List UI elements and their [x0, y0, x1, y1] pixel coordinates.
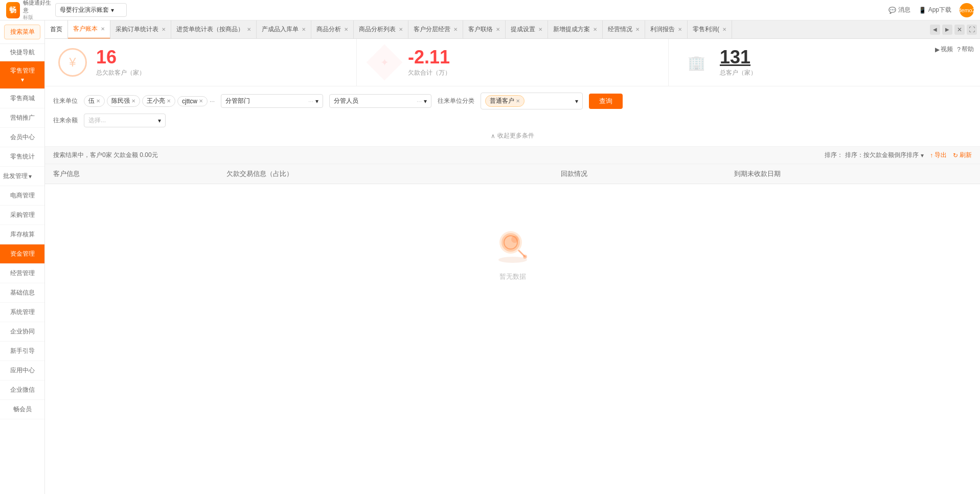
unit-class-tag: 普通客户 ✕ — [485, 95, 525, 107]
tab-close-icon[interactable]: ✕ — [678, 27, 682, 32]
sidebar-item-label: 采购管理 — [10, 211, 35, 219]
tab-production-inbound[interactable]: 产成品入库单 ✕ — [257, 20, 311, 39]
tag-close-unit-class[interactable]: ✕ — [516, 98, 520, 104]
total-customers-value: 131 — [720, 48, 757, 66]
topbar-left: 畅 畅捷通好生意 标版 母婴行业演示账套 ▾ — [6, 0, 127, 21]
tab-ops-situation[interactable]: 经营情况 ✕ — [603, 20, 645, 39]
topbar-right: 💬 消息 📱 App下载 demo2 — [888, 3, 974, 17]
tag-label: 普通客户 — [490, 97, 514, 105]
sidebar-item-marketing[interactable]: 营销推广 — [0, 108, 44, 128]
sidebar-item-basic-info[interactable]: 基础信息 — [0, 283, 44, 303]
sidebar-item-capital[interactable]: 资金管理 — [0, 244, 44, 264]
sidebar-item-retail-mall[interactable]: 零售商城 — [0, 89, 44, 108]
tab-close-icon[interactable]: ✕ — [635, 27, 640, 32]
export-btn[interactable]: ↑ 导出 — [930, 151, 947, 160]
refresh-btn[interactable]: ↻ 刷新 — [953, 151, 972, 160]
tab-prev-btn[interactable]: ◀ — [930, 25, 940, 35]
sidebar-item-app-center[interactable]: 应用中心 — [0, 361, 44, 380]
sidebar-item-retail-stats[interactable]: 零售统计 — [0, 147, 44, 167]
tag-label: 陈民强 — [111, 97, 130, 105]
tab-close-icon[interactable]: ✕ — [101, 26, 105, 32]
sidebar-item-member[interactable]: 会员中心 — [0, 128, 44, 147]
sidebar-item-label: 电商管理 — [10, 191, 35, 200]
building-icon: 🏢 — [683, 49, 710, 76]
col-debt-info: 欠款交易信息（占比） — [218, 164, 553, 184]
tab-close-icon[interactable]: ✕ — [593, 27, 597, 32]
filter-more-icon[interactable]: ··· — [210, 98, 215, 105]
store-selector[interactable]: 母婴行业演示账套 ▾ — [55, 3, 127, 17]
message-label: 消息 — [898, 6, 910, 14]
sidebar-item-purchase[interactable]: 采购管理 — [0, 206, 44, 225]
tab-retail-profit[interactable]: 零售利润( ✕ — [688, 20, 732, 39]
tag-label: 伍 — [88, 97, 95, 105]
tag-close-chen[interactable]: ✕ — [131, 98, 135, 104]
sidebar-item-label: 零售商城 — [10, 94, 35, 103]
tab-profit-report[interactable]: 利润报告 ✕ — [645, 20, 688, 39]
tab-customer-accounts[interactable]: 客户账本 ✕ — [68, 20, 110, 39]
sidebar-item-vip[interactable]: 畅会员 — [0, 400, 44, 419]
quick-nav-btn[interactable]: 快捷导航 — [0, 44, 44, 61]
tab-close-icon[interactable]: ✕ — [722, 27, 726, 32]
total-customers-label: 总客户（家） — [720, 69, 757, 77]
tag-close-wang[interactable]: ✕ — [167, 98, 171, 104]
tab-product-analysis-list[interactable]: 商品分析列表 ✕ — [354, 20, 408, 39]
sidebar-item-corp-collab[interactable]: 企业协同 — [0, 322, 44, 342]
filter-row-1: 往来单位 伍 ✕ 陈民强 ✕ 王小亮 ✕ — [53, 93, 972, 109]
sidebar-item-sys[interactable]: 系统管理 — [0, 303, 44, 322]
tag-close-wu[interactable]: ✕ — [96, 98, 100, 104]
tab-close-icon[interactable]: ✕ — [344, 27, 348, 32]
unit-class-select[interactable]: 普通客户 ✕ ▾ — [481, 93, 583, 109]
tab-home[interactable]: 首页 — [45, 20, 68, 39]
tab-close-icon[interactable]: ✕ — [162, 27, 166, 32]
sidebar-item-ecommerce[interactable]: 电商管理 — [0, 186, 44, 206]
filter-tag-wu: 伍 ✕ — [84, 95, 105, 107]
sidebar-item-new-guide[interactable]: 新手引导 — [0, 342, 44, 361]
chevron-icon: ▾ — [29, 173, 32, 180]
person-select[interactable]: 分管人员 ··· ▾ — [329, 94, 431, 108]
sidebar-item-ops[interactable]: 经营管理 — [0, 264, 44, 283]
dept-select[interactable]: 分管部门 ··· ▾ — [221, 94, 323, 108]
tab-customer-contact[interactable]: 客户联络 ✕ — [463, 20, 506, 39]
tab-close-all-btn[interactable]: ✕ — [954, 25, 965, 35]
tab-close-icon[interactable]: ✕ — [496, 27, 500, 32]
balance-select[interactable]: 选择... ▾ — [84, 114, 166, 127]
tab-close-icon[interactable]: ✕ — [302, 27, 306, 32]
tab-close-icon[interactable]: ✕ — [538, 27, 542, 32]
tab-expand-btn[interactable]: ⛶ — [967, 25, 977, 35]
main-layout: 搜索菜单 快捷导航 零售管理 ▾ 零售商城 营销推广 会员中心 零售统计 批发管… — [0, 20, 980, 494]
sidebar-item-retail-mgmt[interactable]: 零售管理 ▾ — [0, 61, 44, 89]
sidebar-item-inventory[interactable]: 库存核算 — [0, 225, 44, 244]
tab-prompt-settings[interactable]: 提成设置 ✕ — [506, 20, 548, 39]
message-btn[interactable]: 💬 消息 — [888, 6, 910, 14]
video-link[interactable]: ▶ 视频 — [935, 45, 953, 54]
avatar[interactable]: demo2 — [960, 3, 974, 17]
tag-close-cjttcw[interactable]: ✕ — [199, 98, 203, 104]
person-label: 分管人员 — [334, 97, 358, 105]
tab-close-icon[interactable]: ✕ — [399, 27, 403, 32]
tab-new-prompt-plan[interactable]: 新增提成方案 ✕ — [548, 20, 603, 39]
tab-inbound-stats[interactable]: 进货单统计表（按商品） ✕ — [171, 20, 257, 39]
query-btn[interactable]: 查询 — [589, 94, 623, 109]
help-link[interactable]: ? 帮助 — [957, 45, 974, 54]
chevron-down-icon: ▾ — [575, 98, 578, 105]
tab-close-icon[interactable]: ✕ — [247, 27, 251, 32]
collapse-btn[interactable]: ∧ 收起更多条件 — [491, 131, 534, 140]
sidebar-item-corp-wechat[interactable]: 企业微信 — [0, 380, 44, 400]
tab-label: 进货单统计表（按商品） — [176, 25, 244, 34]
tab-customer-segments[interactable]: 客户分层经营 ✕ — [408, 20, 463, 39]
yuan-circle-icon: ¥ — [58, 48, 87, 77]
logo-icon: 畅 — [6, 2, 20, 18]
sort-select[interactable]: 排序： 排序：按欠款金额倒序排序 ▾ — [825, 151, 924, 160]
user-name: demo2 — [958, 7, 975, 13]
tab-close-icon[interactable]: ✕ — [453, 27, 458, 32]
tab-product-analysis[interactable]: 商品分析 ✕ — [311, 20, 354, 39]
app-download-btn[interactable]: 📱 App下载 — [919, 6, 951, 14]
tab-purchase-order-stats[interactable]: 采购订单统计表 ✕ — [110, 20, 171, 39]
sidebar-item-wholesale[interactable]: 批发管理 ▾ — [0, 167, 44, 186]
table-header: 客户信息 欠款交易信息（占比） 回款情况 到期未收款日期 — [45, 164, 980, 184]
filter-bar: 往来单位 伍 ✕ 陈民强 ✕ 王小亮 ✕ — [45, 86, 980, 147]
results-bar: 搜索结果中，客户0家 欠款金额 0.00元 排序： 排序：按欠款金额倒序排序 ▾… — [45, 147, 980, 164]
filter-tag-wang: 王小亮 ✕ — [142, 95, 175, 107]
tab-next-btn[interactable]: ▶ — [942, 25, 952, 35]
search-menu-btn[interactable]: 搜索菜单 — [4, 25, 40, 39]
